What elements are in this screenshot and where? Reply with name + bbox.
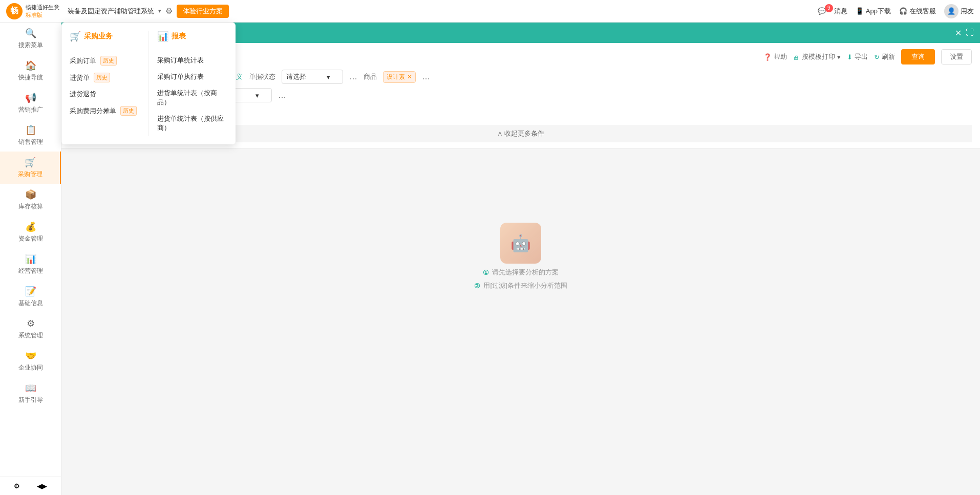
hint2-text: 用[过滤]条件来缩小分析范围 (483, 281, 567, 290)
sidebar-item-finance[interactable]: 💰 资金管理 (0, 216, 61, 248)
logo-text: 畅捷通好生意 标准版 (26, 4, 59, 18)
refresh-button[interactable]: ↻ 刷新 (874, 52, 895, 61)
sidebar-settings-icon[interactable]: ⚙ (14, 482, 20, 490)
purchase-supplier-stats-label: 进货单统计表（按供应商） (157, 114, 228, 133)
tab-close-window-icon[interactable]: ✕ (955, 28, 962, 38)
sidebar-collapse-icon[interactable]: ◀▶ (37, 482, 47, 490)
hint1-num: ① (483, 269, 489, 276)
system-title: 装备及固定资产辅助管理系统 (68, 7, 154, 16)
purchase-order-exec-item[interactable]: 采购订单执行表 (157, 69, 228, 85)
sidebar-label-quick-nav: 快捷导航 (18, 73, 43, 82)
user-label: 用友 (961, 7, 974, 16)
messages-button[interactable]: 💬 9 消息 (818, 7, 847, 16)
sidebar-label-guide: 新手引导 (18, 396, 43, 404)
marketing-icon: 📢 (25, 92, 36, 103)
export-label: 导出 (855, 52, 868, 61)
print-template-button[interactable]: 🖨 按模板打印 ▾ (793, 52, 841, 61)
sidebar-label-operations: 经营管理 (18, 267, 43, 275)
sidebar-label-basic-info: 基础信息 (18, 299, 43, 308)
purchase-receipt-hist: 历史 (94, 73, 110, 82)
refresh-icon: ↻ (874, 53, 880, 61)
title-dropdown-icon[interactable]: ▾ (158, 8, 161, 14)
purchase-goods-stats-item[interactable]: 进货单统计表（按商品） (157, 85, 228, 111)
print-icon: 🖨 (793, 53, 800, 61)
search-icon: 🔍 (25, 28, 36, 39)
purchase-return-label: 进货退货 (70, 90, 96, 99)
help-label: 帮助 (774, 52, 787, 61)
industry-button[interactable]: 体验行业方案 (177, 5, 229, 18)
messages-label: 消息 (834, 7, 847, 16)
online-service-button[interactable]: 🎧 在线客服 (899, 7, 936, 16)
print-label: 按模板打印 (802, 52, 835, 61)
logo-icon: 畅 (6, 3, 23, 19)
sidebar-item-basic-info[interactable]: 📝 基础信息 (0, 281, 61, 313)
empty-hint-2: ② 用[过滤]条件来缩小分析范围 (474, 281, 567, 290)
purchase-report-section: 📊 报表 采购订单统计表 采购订单执行表 进货单统计表（按商品） 进货单统计表（… (157, 31, 228, 136)
purchase-receipt-item[interactable]: 进货单 历史 (70, 69, 140, 86)
sidebar-item-inventory[interactable]: 📦 库存核算 (0, 184, 61, 216)
purchase-goods-stats-label: 进货单统计表（按商品） (157, 89, 228, 107)
sidebar-item-quick-nav[interactable]: 🏠 快捷导航 (0, 55, 61, 87)
help-icon: ❓ (763, 53, 772, 61)
voucher-status-select[interactable]: 请选择 ▾ (282, 70, 343, 84)
sidebar-item-purchase[interactable]: 🛒 采购管理 (0, 152, 61, 184)
headset-icon: 🎧 (899, 7, 907, 15)
purchase-supplier-stats-item[interactable]: 进货单统计表（按供应商） (157, 111, 228, 136)
finance-icon: 💰 (25, 221, 36, 232)
sidebar-label-finance: 资金管理 (18, 234, 43, 243)
settings-icon[interactable]: ⚙ (165, 6, 173, 16)
hint1-text: 请先选择要分析的方案 (492, 268, 559, 277)
salesperson-more[interactable]: … (278, 91, 286, 100)
sidebar-label-marketing: 营销推广 (18, 105, 43, 114)
app-download-label: App下载 (866, 7, 891, 16)
select-dropdown-icon: ▾ (327, 73, 330, 81)
purchase-order-hist: 历史 (100, 56, 117, 66)
dropdown-divider (148, 31, 149, 136)
purchase-order-exec-label: 采购订单执行表 (157, 72, 204, 81)
sidebar-item-search[interactable]: 🔍 搜索菜单 (0, 23, 61, 55)
refresh-label: 刷新 (882, 52, 895, 61)
operations-icon: 📊 (25, 253, 36, 265)
query-button[interactable]: 查询 (901, 49, 935, 64)
basic-info-icon: 📝 (25, 286, 36, 297)
sidebar-item-marketing[interactable]: 📢 营销推广 (0, 87, 61, 119)
purchase-expense-item[interactable]: 采购费用分摊单 历史 (70, 102, 140, 119)
hint2-num: ② (474, 282, 480, 290)
purchase-order-item[interactable]: 采购订单 历史 (70, 52, 140, 69)
collapse-icon: ∧ (497, 130, 503, 137)
export-button[interactable]: ⬇ 导出 (847, 52, 868, 61)
sidebar-label-purchase: 采购管理 (18, 170, 42, 179)
purchase-return-item[interactable]: 进货退货 (70, 86, 140, 102)
tab-expand-icon[interactable]: ⛶ (966, 28, 974, 37)
sidebar-item-operations[interactable]: 📊 经营管理 (0, 248, 61, 281)
empty-hint-1: ① 请先选择要分析的方案 (483, 268, 559, 277)
empty-illustration: 🤖 (490, 212, 551, 264)
home-icon: 🏠 (25, 60, 36, 71)
user-avatar: 👤 (944, 4, 958, 18)
help-button[interactable]: ❓ 帮助 (763, 52, 787, 61)
print-dropdown-icon: ▾ (837, 53, 841, 61)
purchase-business-section: 🛒 采购业务 采购订单 历史 进货单 历史 进货退货 采购费用分摊单 历史 (70, 31, 140, 136)
purchase-order-label: 采购订单 (70, 56, 96, 66)
sidebar-label-search: 搜索菜单 (18, 41, 43, 50)
logo-area: 畅 畅捷通好生意 标准版 (6, 3, 68, 19)
goods-tag-close[interactable]: ✕ (407, 73, 412, 80)
purchase-order-stats-item[interactable]: 采购订单统计表 (157, 52, 228, 69)
voucher-status-more[interactable]: … (349, 72, 357, 81)
sidebar-item-guide[interactable]: 📖 新手引导 (0, 377, 61, 410)
cooperation-icon: 🤝 (25, 350, 36, 361)
purchase-order-stats-label: 采购订单统计表 (157, 56, 204, 65)
tab-bar-right: ✕ ⛶ (955, 23, 980, 43)
online-service-label: 在线客服 (909, 7, 936, 16)
goods-more[interactable]: … (422, 72, 430, 81)
sidebar-item-sales[interactable]: 📋 销售管理 (0, 119, 61, 152)
app-download-button[interactable]: 📱 App下载 (856, 7, 891, 16)
top-bar-middle: 装备及固定资产辅助管理系统 ▾ ⚙ 体验行业方案 (68, 5, 818, 18)
goods-tag: 设计素 ✕ (383, 71, 416, 83)
user-menu[interactable]: 👤 用友 (944, 4, 974, 18)
report-section-icon: 📊 (157, 31, 168, 42)
sidebar-label-sales: 销售管理 (18, 138, 43, 146)
sidebar-item-cooperation[interactable]: 🤝 企业协同 (0, 345, 61, 377)
sidebar-item-system[interactable]: ⚙ 系统管理 (0, 313, 61, 345)
settings-button[interactable]: 设置 (941, 49, 972, 64)
